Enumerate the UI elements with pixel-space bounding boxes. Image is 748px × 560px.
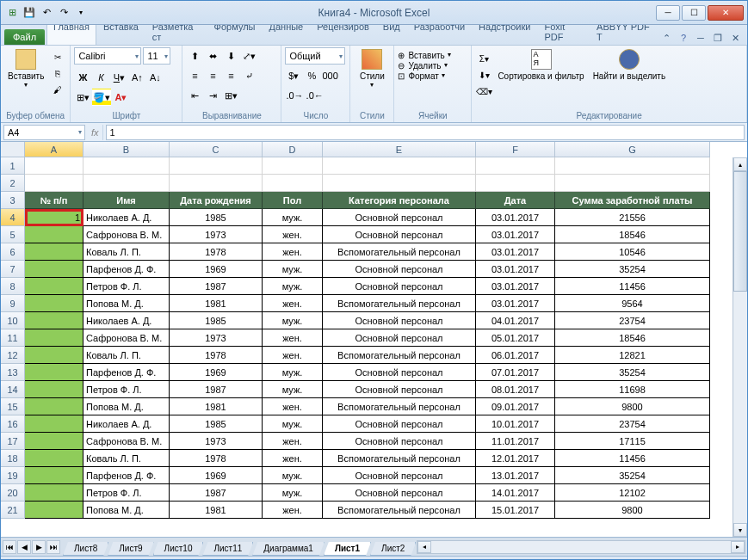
col-header-C[interactable]: C	[170, 142, 263, 157]
cell[interactable]: Вспомогательный персонал	[323, 243, 476, 261]
col-header-G[interactable]: G	[555, 142, 710, 157]
cell[interactable]: 11456	[555, 450, 710, 467]
cell[interactable]: Коваль Л. П.	[83, 450, 170, 467]
cell[interactable]: 03.01.2017	[476, 295, 555, 312]
cell[interactable]: Вспомогательный персонал	[323, 347, 476, 364]
cell[interactable]: жен.	[263, 450, 323, 467]
cell[interactable]: Вспомогательный персонал	[323, 450, 476, 467]
cell[interactable]	[323, 175, 476, 192]
cell[interactable]: жен.	[263, 347, 323, 364]
cell[interactable]: Петров Ф. Л.	[83, 278, 170, 295]
percent-icon[interactable]: %	[303, 67, 320, 84]
col-header-B[interactable]: B	[83, 142, 170, 157]
cell[interactable]: 12.01.2017	[476, 450, 555, 467]
cell[interactable]	[25, 175, 83, 192]
cell[interactable]	[25, 450, 83, 467]
cell[interactable]: 03.01.2017	[476, 261, 555, 278]
cell[interactable]	[25, 278, 83, 295]
cell[interactable]: Попова М. Д.	[83, 295, 170, 312]
cell[interactable]: 11456	[555, 278, 710, 295]
cell[interactable]: 11698	[555, 381, 710, 398]
row-header-13[interactable]: 13	[1, 364, 25, 381]
orientation-icon[interactable]: ⤢▾	[240, 47, 257, 65]
doc-restore-icon[interactable]: ❐	[711, 31, 725, 45]
align-top-icon[interactable]: ⬆	[186, 47, 203, 65]
cell[interactable]: 1987	[170, 278, 263, 295]
cell[interactable]: Основной персонал	[323, 467, 476, 484]
cell[interactable]: Основной персонал	[323, 261, 476, 278]
row-header-1[interactable]: 1	[1, 157, 25, 175]
cell[interactable]: Коваль Л. П.	[83, 347, 170, 364]
cell[interactable]: 9564	[555, 295, 710, 312]
cell[interactable]: 10546	[555, 243, 710, 261]
cell[interactable]	[83, 175, 170, 192]
cell[interactable]: 06.01.2017	[476, 347, 555, 364]
cell[interactable]: 1969	[170, 467, 263, 484]
cell[interactable]: 1969	[170, 364, 263, 381]
cell[interactable]	[25, 502, 83, 519]
cell[interactable]: 1973	[170, 226, 263, 243]
cell[interactable]: жен.	[263, 226, 323, 243]
cell[interactable]: 03.01.2017	[476, 209, 555, 226]
sort-filter-button[interactable]: AЯ Сортировка и фильтр	[494, 47, 587, 83]
formula-input[interactable]: 1	[106, 125, 745, 140]
cell[interactable]	[25, 347, 83, 364]
name-box[interactable]: A4	[3, 125, 85, 140]
cell[interactable]: 1987	[170, 484, 263, 502]
grow-font-icon[interactable]: A↑	[128, 69, 145, 86]
scroll-thumb[interactable]	[733, 171, 747, 292]
help-icon[interactable]: ?	[677, 31, 690, 45]
cell[interactable]	[555, 157, 710, 175]
row-header-2[interactable]: 2	[1, 175, 25, 192]
row-header-11[interactable]: 11	[1, 329, 25, 347]
cell[interactable]: 1978	[170, 243, 263, 261]
cell[interactable]	[25, 484, 83, 502]
sheet-first-icon[interactable]: ⏮	[3, 540, 16, 554]
cell[interactable]: 1987	[170, 381, 263, 398]
shrink-font-icon[interactable]: A↓	[146, 69, 164, 86]
cell[interactable]: 1981	[170, 398, 263, 415]
cell[interactable]	[476, 157, 555, 175]
cell[interactable]	[263, 157, 323, 175]
cell[interactable]: 09.01.2017	[476, 398, 555, 415]
cell[interactable]: 05.01.2017	[476, 329, 555, 347]
cell[interactable]	[83, 157, 170, 175]
col-header-D[interactable]: D	[263, 142, 323, 157]
cell[interactable]	[323, 157, 476, 175]
cell[interactable]: 9800	[555, 502, 710, 519]
cell[interactable]: Парфенов Д. Ф.	[83, 364, 170, 381]
sheet-tab-Лист8[interactable]: Лист8	[63, 542, 108, 556]
decrease-indent-icon[interactable]: ⇤	[186, 87, 203, 104]
cell[interactable]: 11.01.2017	[476, 433, 555, 450]
comma-icon[interactable]: 000	[321, 67, 338, 84]
align-center-icon[interactable]: ≡	[204, 67, 221, 84]
cell[interactable]: 35254	[555, 364, 710, 381]
cell[interactable]: муж.	[263, 312, 323, 329]
italic-button[interactable]: К	[92, 69, 109, 86]
header-cell[interactable]: № п/п	[25, 192, 83, 209]
sheet-tab-Лист9[interactable]: Лист9	[108, 542, 153, 556]
wrap-text-icon[interactable]: ⤶	[240, 67, 257, 84]
cell[interactable]: муж.	[263, 467, 323, 484]
cell[interactable]: 23754	[555, 312, 710, 329]
fx-button[interactable]: fx	[91, 127, 99, 138]
undo-icon[interactable]: ↶	[39, 5, 54, 21]
file-tab[interactable]: Файл	[4, 29, 45, 45]
cell[interactable]: 35254	[555, 261, 710, 278]
horizontal-scrollbar[interactable]: ◂ ▸	[417, 540, 745, 554]
row-header-18[interactable]: 18	[1, 450, 25, 467]
cell[interactable]: Вспомогательный персонал	[323, 295, 476, 312]
fill-color-button[interactable]: 🪣▾	[92, 89, 111, 106]
scroll-left-icon[interactable]: ◂	[417, 541, 431, 553]
close-button[interactable]: ✕	[708, 5, 744, 21]
cell[interactable]: 13.01.2017	[476, 467, 555, 484]
cell[interactable]: 14.01.2017	[476, 484, 555, 502]
font-name-combo[interactable]: Calibri	[74, 47, 141, 65]
align-right-icon[interactable]: ≡	[222, 67, 239, 84]
cell[interactable]	[25, 415, 83, 433]
cell[interactable]: Петров Ф. Л.	[83, 381, 170, 398]
sheet-tab-Лист11[interactable]: Лист11	[202, 542, 253, 556]
cell[interactable]	[555, 175, 710, 192]
cell[interactable]: 1	[25, 209, 83, 226]
cell[interactable]: Основной персонал	[323, 433, 476, 450]
